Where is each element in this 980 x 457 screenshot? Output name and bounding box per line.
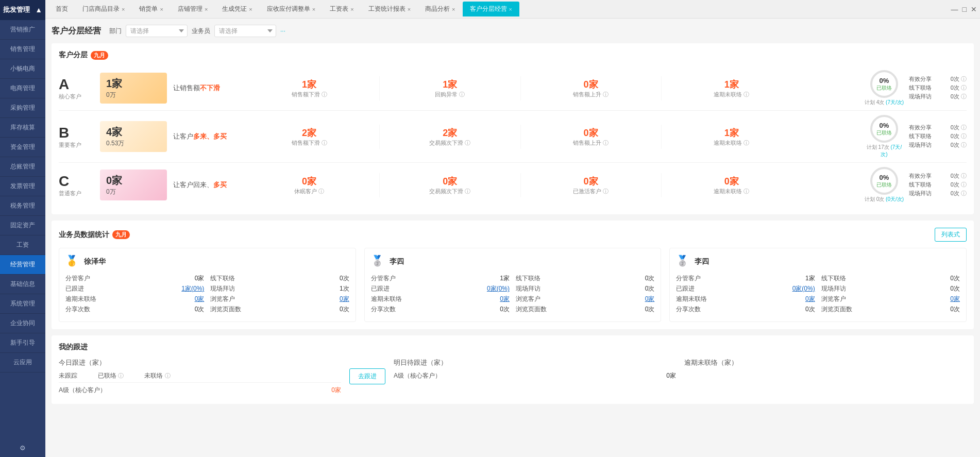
tab-首页[interactable]: 首页: [48, 2, 75, 16]
customer-section: 客户分层 九月 A核心客户 1家 0万 让销售额不下滑 1家 销售额下滑 ⓘ 1…: [52, 43, 974, 214]
tier-right-stat: 有效分享0次 ⓘ: [909, 124, 967, 131]
tier-right-stat: 现场拜访0次 ⓘ: [909, 141, 967, 149]
sidebar-item-工资[interactable]: 工资: [0, 235, 45, 255]
tier-right-stat: 线下联络0次 ⓘ: [909, 84, 967, 92]
tier-right-stat: 现场拜访0次 ⓘ: [909, 93, 967, 100]
sidebar-collapse-icon[interactable]: ▲: [35, 6, 42, 14]
tier-metric: 1家 逾期未联络 ⓘ: [662, 76, 802, 100]
tier-metric: 2家 交易频次下滑 ⓘ: [380, 125, 520, 149]
tab-门店商品目录[interactable]: 门店商品目录×: [75, 2, 132, 16]
sidebar-item-云应用[interactable]: 云应用: [0, 353, 45, 373]
more-filters-icon[interactable]: ···: [280, 27, 285, 35]
sidebar-item-系统管理[interactable]: 系统管理: [0, 294, 45, 314]
sidebar-item-发票管理[interactable]: 发票管理: [0, 177, 45, 196]
sidebar-item-采购管理[interactable]: 采购管理: [0, 98, 45, 118]
sidebar-item-总账管理[interactable]: 总账管理: [0, 157, 45, 177]
dept-select[interactable]: 请选择: [126, 25, 188, 37]
tier-row-B: B重要客户 4家 0.53万 让客户多来、多买 2家 销售额下滑 ⓘ 2家 交易…: [59, 111, 967, 163]
staff-avatar-0: 🥇: [65, 255, 80, 269]
sidebar-item-新手引导[interactable]: 新手引导: [0, 333, 45, 353]
tier-metrics-B: 2家 销售额下滑 ⓘ 2家 交易频次下滑 ⓘ 0家 销售额上升 ⓘ 1家 逾期未…: [239, 125, 802, 149]
tab-close-客户分层经营[interactable]: ×: [509, 6, 512, 12]
staff-stat-row: 分管客户1家: [371, 274, 510, 283]
list-view-button[interactable]: 列表式: [935, 228, 967, 242]
tab-商品分析[interactable]: 商品分析×: [418, 2, 462, 16]
tab-restore-icon[interactable]: □: [962, 5, 967, 13]
staff-stat-row: 浏览客户0家: [210, 295, 349, 303]
tier-main-stat-A: 1家 0万: [100, 73, 167, 104]
staff-select[interactable]: 请选择: [214, 25, 276, 37]
staff-stat-row: 浏览客户0家: [821, 295, 960, 303]
tab-店铺管理[interactable]: 店铺管理×: [171, 2, 215, 16]
staff-stats-2: 分管客户1家已跟进0家(0%)逾期未联络0家分享次数0次线下联络0次现场拜访0次…: [676, 274, 960, 315]
tab-close-icon[interactable]: ✕: [971, 5, 977, 13]
tier-right-stats-A: 有效分享0次 ⓘ线下联络0次 ⓘ现场拜访0次 ⓘ: [905, 75, 967, 101]
tier-contact-C: [802, 183, 864, 187]
tab-close-店铺管理[interactable]: ×: [205, 6, 208, 12]
goto-followup-button[interactable]: 去跟进: [349, 368, 385, 384]
tab-minimize-icon[interactable]: —: [951, 5, 958, 13]
tier-circle-A: 0% 已联络 计划 4次 (7天/次): [864, 70, 905, 106]
tier-row-A: A核心客户 1家 0万 让销售额不下滑 1家 销售额下滑 ⓘ 1家 回购异常 ⓘ…: [59, 66, 967, 111]
staff-stat-row: 已跟进0家(0%): [676, 284, 815, 293]
tier-contact-A: [802, 86, 864, 90]
staff-stat-row: 逾期未联络0家: [65, 295, 204, 303]
sidebar-item-经营管理[interactable]: 经营管理: [0, 255, 45, 275]
tier-metric: 0家 销售额上升 ⓘ: [521, 76, 662, 100]
sidebar-settings[interactable]: ⚙: [0, 439, 45, 457]
tab-close-工资表[interactable]: ×: [350, 6, 353, 12]
staff-name-2: 李四: [695, 257, 709, 266]
staff-avatar-2: 🥈: [676, 255, 690, 269]
tab-销货单[interactable]: 销货单×: [132, 2, 170, 16]
staff-avatar-1: 🥈: [371, 255, 385, 269]
staff-name-row-0: 🥇 徐泽华: [65, 255, 349, 269]
tier-main-stat-C: 0家 0万: [100, 170, 167, 200]
tier-metric: 2家 销售额下滑 ⓘ: [239, 125, 380, 149]
tab-客户分层经营[interactable]: 客户分层经营×: [463, 2, 519, 16]
sidebar-item-资金管理[interactable]: 资金管理: [0, 138, 45, 157]
tier-metric: 0家 交易频次下滑 ⓘ: [380, 173, 520, 197]
sidebar-item-库存核算[interactable]: 库存核算: [0, 118, 45, 138]
sidebar-item-营销推广[interactable]: 营销推广: [0, 20, 45, 40]
tab-工资统计报表[interactable]: 工资统计报表×: [361, 2, 418, 16]
tab-工资表[interactable]: 工资表×: [323, 2, 361, 16]
staff-stats-left-2: 分管客户1家已跟进0家(0%)逾期未联络0家分享次数0次: [676, 274, 815, 315]
tier-metric: 1家 回购异常 ⓘ: [380, 76, 520, 100]
sidebar-item-销售管理[interactable]: 销售管理: [0, 40, 45, 59]
info-icon-1[interactable]: ⓘ: [118, 373, 124, 379]
tier-label-B: B重要客户: [59, 125, 100, 149]
staff-stat-row: 线下联络0次: [821, 274, 960, 283]
tab-生成凭证[interactable]: 生成凭证×: [215, 2, 259, 16]
sidebar-item-基础信息[interactable]: 基础信息: [0, 275, 45, 294]
sidebar-item-电商管理[interactable]: 电商管理: [0, 79, 45, 98]
tab-close-生成凭证[interactable]: ×: [249, 6, 252, 12]
tab-bar: 首页门店商品目录×销货单×店铺管理×生成凭证×应收应付调整单×工资表×工资统计报…: [45, 0, 980, 19]
tier-circle-B: 0% 已联络 计划 17次 (7天/次): [864, 115, 905, 158]
tier-right-stat: 线下联络0次 ⓘ: [909, 181, 967, 189]
tab-close-销货单[interactable]: ×: [160, 6, 163, 12]
followup-title: 我的跟进: [59, 343, 967, 352]
sidebar-item-固定资产[interactable]: 固定资产: [0, 216, 45, 235]
sidebar-item-企业协同[interactable]: 企业协同: [0, 314, 45, 333]
sidebar-item-小畅电商[interactable]: 小畅电商: [0, 59, 45, 79]
staff-stat-row: 分管客户0家: [65, 274, 204, 283]
tier-metrics-A: 1家 销售额下滑 ⓘ 1家 回购异常 ⓘ 0家 销售额上升 ⓘ 1家 逾期未联络…: [239, 76, 802, 100]
staff-stat-row: 分享次数0次: [676, 305, 815, 314]
tab-close-工资统计报表[interactable]: ×: [408, 6, 411, 12]
staff-stats-0: 分管客户0家已跟进1家(0%)逾期未联络0家分享次数0次线下联络0次现场拜访1次…: [65, 274, 349, 315]
staff-stat-row: 分享次数0次: [65, 305, 204, 314]
followup-today-col: 今日跟进（家） 未跟踪 已联络 ⓘ 未联络 ⓘ A级（核心客户） 0家: [59, 358, 341, 397]
staff-stat-row: 浏览页面数0次: [821, 305, 960, 314]
staff-stats-right-2: 线下联络0次现场拜访0次浏览客户0家浏览页面数0次: [821, 274, 960, 315]
tier-metric: 1家 销售额下滑 ⓘ: [239, 76, 380, 100]
tier-right-stat: 有效分享0次 ⓘ: [909, 172, 967, 180]
staff-name-row-2: 🥈 李四: [676, 255, 960, 269]
tier-right-stats-B: 有效分享0次 ⓘ线下联络0次 ⓘ现场拜访0次 ⓘ: [905, 124, 967, 150]
info-icon-2[interactable]: ⓘ: [165, 373, 171, 379]
tab-close-应收应付调整单[interactable]: ×: [312, 6, 315, 12]
tab-应收应付调整单[interactable]: 应收应付调整单×: [260, 2, 323, 16]
sidebar-item-税务管理[interactable]: 税务管理: [0, 196, 45, 216]
tab-close-门店商品目录[interactable]: ×: [122, 6, 125, 12]
biz-month-badge: 九月: [112, 230, 130, 239]
tab-close-商品分析[interactable]: ×: [452, 6, 455, 12]
